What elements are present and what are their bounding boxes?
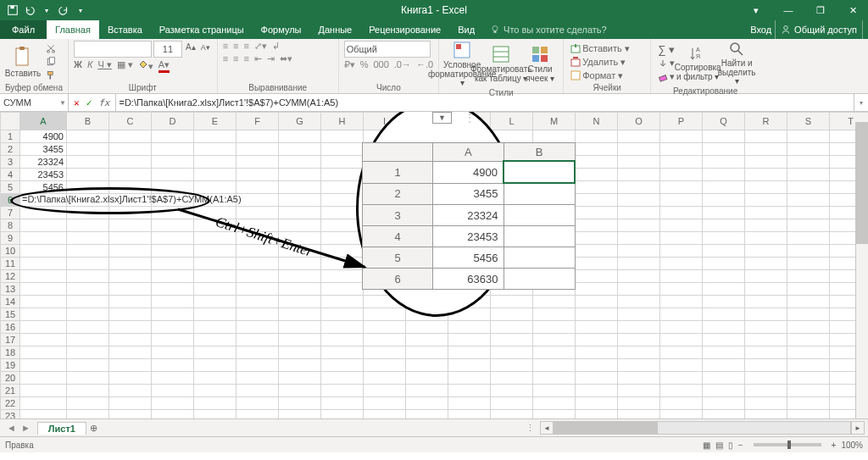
formula-expand-button[interactable]: ▾ [854,94,868,111]
cell-E2[interactable] [194,143,236,156]
cell-Q11[interactable] [703,258,745,270]
cell-F2[interactable] [236,143,279,156]
cell-S21[interactable] [787,385,830,397]
cell-G13[interactable] [279,283,321,296]
cell-E21[interactable] [194,385,236,397]
cell-E17[interactable] [194,334,236,346]
cell-P10[interactable] [660,245,703,258]
cell-B5[interactable] [67,181,109,194]
cell-E13[interactable] [194,283,236,296]
tab-home[interactable]: Главная [47,20,99,39]
sheet-tab-active[interactable]: Лист1 [37,422,86,435]
cell-A7[interactable] [20,207,67,219]
cell-H13[interactable] [321,283,364,296]
cell-B21[interactable] [67,385,109,397]
cell-E4[interactable] [194,169,236,181]
cell-Q21[interactable] [703,385,745,397]
undo-dropdown-icon[interactable]: ▾ [39,3,54,18]
cell-A1[interactable]: 4900 [20,130,67,143]
cell-J23[interactable] [406,410,448,419]
cell-D19[interactable] [152,359,194,372]
cell-L18[interactable] [491,346,533,359]
cell-G8[interactable] [279,219,321,232]
cell-E10[interactable] [194,245,236,258]
cell-C20[interactable] [109,372,152,385]
col-header-I[interactable]: I [364,113,406,130]
cell-I1[interactable] [364,130,406,143]
cell-N19[interactable] [576,359,618,372]
cell-E7[interactable] [194,207,236,219]
cell-E1[interactable] [194,130,236,143]
align-left-button[interactable]: ≡ [223,53,228,64]
cell-M20[interactable] [533,372,576,385]
cell-Q12[interactable] [703,270,745,283]
cell-I22[interactable] [364,397,406,410]
ribbon-options-icon[interactable]: ▾ [741,0,771,20]
cell-S7[interactable] [787,207,830,219]
cell-B13[interactable] [67,283,109,296]
increase-decimal-button[interactable]: .0→ [394,59,411,70]
font-size-select[interactable] [153,41,182,58]
redo-icon[interactable] [56,3,71,18]
cell-R3[interactable] [745,156,787,169]
cell-E14[interactable] [194,296,236,308]
fill-color-button[interactable]: ▾ [138,59,153,73]
accounting-format-button[interactable]: ₽▾ [344,59,355,70]
cell-N18[interactable] [576,346,618,359]
cell-N11[interactable] [576,258,618,270]
cell-E22[interactable] [194,397,236,410]
col-header-D[interactable]: D [152,113,194,130]
row-header-20[interactable]: 20 [1,372,20,385]
vertical-scrollbar[interactable] [855,122,868,428]
zoom-level[interactable]: 100% [841,441,863,450]
cell-D8[interactable] [152,219,194,232]
view-normal-icon[interactable]: ▦ [703,441,710,450]
cell-A16[interactable] [20,321,67,334]
cell-S12[interactable] [787,270,830,283]
cell-I19[interactable] [364,359,406,372]
cell-C1[interactable] [109,130,152,143]
increase-font-button[interactable]: A▴ [184,41,198,53]
cell-K15[interactable] [448,308,491,321]
cell-R9[interactable] [745,232,787,245]
cell-F22[interactable] [236,397,279,410]
col-header-C[interactable]: C [109,113,152,130]
cell-P4[interactable] [660,169,703,181]
cell-O22[interactable] [618,397,660,410]
cell-C8[interactable] [109,219,152,232]
cell-F4[interactable] [236,169,279,181]
cell-Q1[interactable] [703,130,745,143]
cell-H1[interactable] [321,130,364,143]
cell-G22[interactable] [279,397,321,410]
cell-N21[interactable] [576,385,618,397]
cell-H19[interactable] [321,359,364,372]
cell-P3[interactable] [660,156,703,169]
cell-N1[interactable] [576,130,618,143]
col-header-B[interactable]: B [67,113,109,130]
cell-P12[interactable] [660,270,703,283]
row-header-13[interactable]: 13 [1,283,20,296]
cell-D2[interactable] [152,143,194,156]
cell-E18[interactable] [194,346,236,359]
cell-P6[interactable] [660,194,703,207]
cell-N15[interactable] [576,308,618,321]
cell-O20[interactable] [618,372,660,385]
cell-D14[interactable] [152,296,194,308]
zoom-out-button[interactable]: − [738,441,743,450]
cell-G9[interactable] [279,232,321,245]
cell-N10[interactable] [576,245,618,258]
row-header-8[interactable]: 8 [1,219,20,232]
percent-format-button[interactable]: % [360,59,369,70]
cell-S6[interactable] [787,194,830,207]
cell-I15[interactable] [364,308,406,321]
cell-S5[interactable] [787,181,830,194]
number-format-select[interactable] [344,41,431,58]
clear-button[interactable]: ▾ [656,70,676,83]
cell-I23[interactable] [364,410,406,419]
tab-formulas[interactable]: Формулы [253,20,310,39]
cell-S16[interactable] [787,321,830,334]
cell-D17[interactable] [152,334,194,346]
cell-B3[interactable] [67,156,109,169]
row-header-14[interactable]: 14 [1,296,20,308]
row-header-11[interactable]: 11 [1,258,20,270]
